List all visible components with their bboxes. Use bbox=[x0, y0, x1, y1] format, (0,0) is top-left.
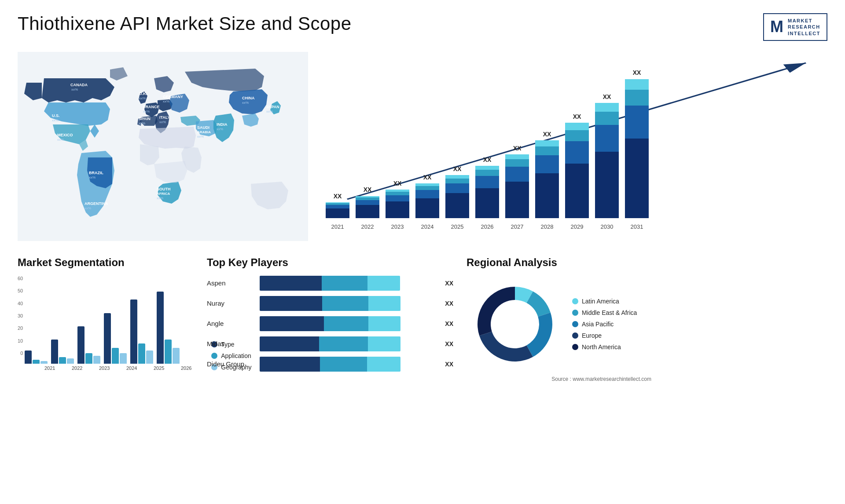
seg-x-label: 2023 bbox=[92, 365, 116, 371]
regional-legend-item: Asia Pacific bbox=[572, 321, 637, 328]
bar-segment bbox=[356, 205, 379, 218]
bar-segment bbox=[595, 112, 619, 125]
bar-segment bbox=[565, 164, 589, 218]
player-bar bbox=[260, 276, 400, 291]
regional-legend-label: Middle East & Africa bbox=[582, 309, 637, 316]
bar-value-label: XX bbox=[543, 131, 551, 138]
bar-segment bbox=[535, 173, 559, 218]
seg-y-label: 20 bbox=[18, 325, 23, 331]
bar-group: XX bbox=[386, 180, 409, 218]
player-bar-seg bbox=[260, 336, 319, 351]
bar-segment bbox=[565, 141, 589, 164]
player-bar bbox=[260, 336, 400, 351]
seg-year-group bbox=[157, 276, 180, 364]
bar-segment bbox=[565, 130, 589, 141]
bar-group: XX bbox=[326, 193, 349, 218]
player-bar-seg bbox=[260, 276, 322, 291]
source-text: Source : www.marketresearchintellect.com bbox=[467, 376, 651, 382]
regional-legend-dot bbox=[572, 321, 578, 327]
bar-segment bbox=[445, 175, 469, 179]
bar-value-label: XX bbox=[334, 193, 342, 200]
svg-text:INDIA: INDIA bbox=[217, 122, 228, 127]
seg-year-group bbox=[130, 276, 153, 364]
bar-x-axis: 2021202220232024202520262027202820292030… bbox=[326, 221, 827, 230]
bar-segment bbox=[625, 79, 649, 90]
bar-group: XX bbox=[565, 113, 589, 218]
player-name: Midas bbox=[207, 340, 255, 347]
player-row: MidasXX bbox=[207, 336, 453, 351]
seg-year-group bbox=[51, 276, 74, 364]
svg-text:xx%: xx% bbox=[242, 101, 249, 105]
player-bar-seg bbox=[368, 296, 400, 311]
bar-segment bbox=[595, 125, 619, 152]
regional-legend-dot bbox=[572, 298, 578, 304]
bar-value-label: XX bbox=[633, 69, 641, 76]
bar-year-label: 2023 bbox=[386, 223, 409, 230]
player-bar-seg bbox=[367, 357, 400, 372]
seg-bar bbox=[93, 356, 100, 364]
regional-legend-label: Latin America bbox=[582, 298, 619, 305]
page-title: Thiothixene API Market Size and Scope bbox=[18, 13, 352, 34]
bar-segment bbox=[625, 90, 649, 106]
svg-text:ARABIA: ARABIA bbox=[197, 130, 211, 134]
bar-year-label: 2027 bbox=[505, 223, 529, 230]
svg-text:xx%: xx% bbox=[71, 88, 78, 91]
bar-year-label: 2021 bbox=[326, 223, 349, 230]
player-bar bbox=[260, 357, 400, 372]
bar-segment bbox=[475, 170, 499, 176]
donut-area: Latin AmericaMiddle East & AfricaAsia Pa… bbox=[467, 276, 651, 373]
bar-year-label: 2028 bbox=[535, 223, 559, 230]
player-name: Angle bbox=[207, 320, 255, 327]
player-bar-seg bbox=[320, 357, 367, 372]
seg-bar bbox=[112, 348, 119, 364]
svg-text:xx%: xx% bbox=[217, 127, 223, 131]
regional-title: Regional Analysis bbox=[467, 256, 651, 269]
logo: M MARKET RESEARCH INTELLECT bbox=[763, 13, 827, 41]
regional-legend-label: Europe bbox=[582, 332, 602, 339]
bar-segment bbox=[505, 182, 529, 218]
regional-legend-label: North America bbox=[582, 343, 621, 351]
seg-y-label: 0 bbox=[20, 351, 23, 356]
svg-text:xx%: xx% bbox=[89, 175, 96, 179]
player-bar-wrap bbox=[260, 276, 437, 291]
bar-segment bbox=[505, 154, 529, 159]
regional-legend-item: Europe bbox=[572, 332, 637, 339]
bar-segment bbox=[445, 179, 469, 183]
seg-bar bbox=[51, 340, 58, 364]
player-xx-label: XX bbox=[445, 280, 453, 287]
player-bar-seg bbox=[367, 276, 400, 291]
seg-y-label: 60 bbox=[18, 276, 23, 281]
bar-year-label: 2022 bbox=[356, 223, 379, 230]
svg-text:xx%: xx% bbox=[157, 196, 163, 200]
player-bar-seg bbox=[322, 296, 368, 311]
bar-segment bbox=[505, 159, 529, 167]
bar-segment bbox=[475, 176, 499, 189]
bar-year-label: 2029 bbox=[565, 223, 589, 230]
bar-segment bbox=[326, 208, 349, 218]
bar-segment bbox=[326, 205, 349, 208]
regional-section: Regional Analysis Latin AmericaMiddle Ea… bbox=[467, 256, 651, 382]
player-bar-seg bbox=[260, 357, 320, 372]
seg-bar bbox=[104, 313, 111, 364]
svg-text:xx%: xx% bbox=[84, 206, 91, 210]
page-header: Thiothixene API Market Size and Scope M … bbox=[18, 13, 827, 41]
seg-bar bbox=[85, 353, 92, 364]
bar-segment bbox=[356, 200, 379, 205]
player-bar bbox=[260, 296, 400, 311]
growth-bar-chart: XXXXXXXXXXXXXXXXXXXXXX 20212022202320242… bbox=[326, 50, 827, 243]
svg-text:AFRICA: AFRICA bbox=[157, 192, 170, 196]
svg-text:CANADA: CANADA bbox=[70, 83, 88, 87]
seg-x-label: 2021 bbox=[38, 365, 62, 371]
player-bar-seg bbox=[368, 336, 400, 351]
player-row: Dideu GroupXX bbox=[207, 357, 453, 372]
players-list: AspenXXNurayXXAngleXXMidasXXDideu GroupX… bbox=[207, 276, 453, 372]
world-map: CANADA xx% U.S. xx% MEXICO xx% BRAZIL xx… bbox=[18, 50, 308, 243]
seg-bar bbox=[138, 343, 145, 364]
bar-group: XX bbox=[505, 145, 529, 218]
player-name: Aspen bbox=[207, 279, 255, 287]
seg-x-label: 2026 bbox=[174, 365, 198, 371]
svg-text:U.K.: U.K. bbox=[139, 91, 147, 96]
seg-bar bbox=[25, 351, 32, 364]
bar-value-label: XX bbox=[393, 180, 402, 187]
svg-text:BRAZIL: BRAZIL bbox=[89, 171, 103, 175]
